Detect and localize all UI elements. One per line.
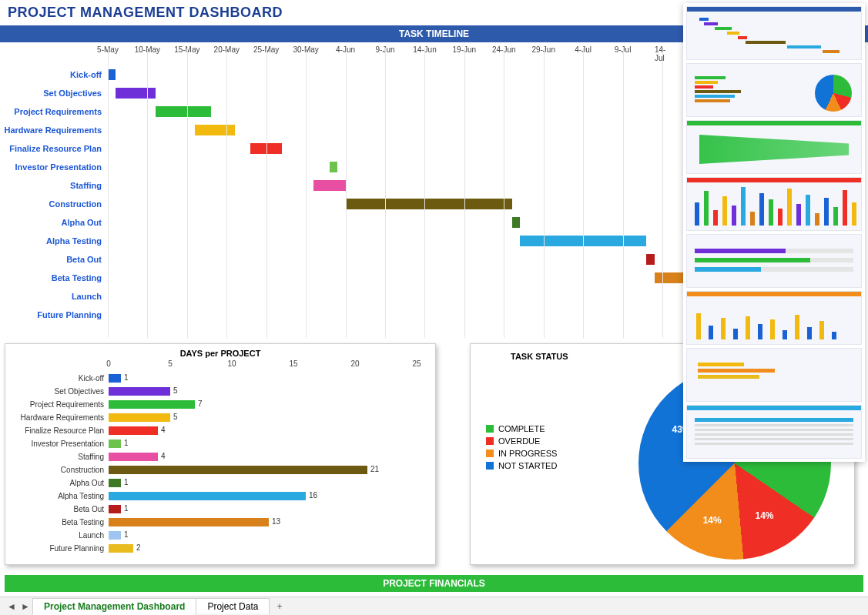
thumb-progress — [686, 234, 862, 288]
thumb-columns — [686, 177, 862, 231]
days-value: 1 — [124, 478, 129, 486]
days-value: 4 — [161, 426, 166, 434]
days-per-project-chart: DAYS per PROJECT 0510152025 Kick-off1Set… — [5, 343, 436, 565]
gantt-task-label: Launch — [0, 292, 108, 301]
days-row: Hardware Requirements5 — [5, 411, 435, 424]
days-row-label: Beta Testing — [5, 518, 109, 526]
gantt-row: Hardware Requirements — [0, 121, 678, 139]
gantt-task-label: Future Planning — [0, 310, 108, 319]
gantt-bar — [195, 125, 234, 135]
days-axis-tick: 25 — [412, 359, 421, 368]
gantt-row: Launch — [0, 287, 678, 306]
gantt-task-label: Kick-off — [0, 70, 108, 79]
days-bar — [109, 505, 121, 513]
gantt-bar — [346, 199, 512, 209]
pie-slice-label: 14% — [703, 515, 722, 526]
gantt-task-label: Set Objectives — [0, 89, 108, 98]
days-bar — [109, 387, 170, 396]
days-bar — [109, 544, 133, 553]
pie-slice-label: 14% — [755, 510, 773, 521]
days-row: Finalize Resource Plan4 — [5, 424, 435, 437]
days-row: Alpha Out1 — [5, 476, 435, 490]
days-row-label: Set Objectives — [5, 387, 109, 396]
gantt-task-label: Finalize Resource Plan — [0, 144, 108, 153]
sheet-tabs: ◄ ► Project Management Dashboard Project… — [0, 597, 868, 615]
days-bar — [109, 426, 158, 435]
gantt-task-label: Investor Presentation — [0, 162, 108, 172]
gantt-row: Beta Testing — [0, 269, 678, 287]
gantt-bar — [330, 162, 337, 172]
gantt-bar — [156, 106, 211, 117]
days-row: Beta Testing13 — [5, 516, 435, 529]
days-value: 2 — [136, 543, 141, 552]
days-row: Kick-off1 — [5, 372, 435, 385]
gantt-row: Future Planning — [0, 306, 678, 324]
tab-nav-next-icon[interactable]: ► — [18, 601, 32, 612]
days-row-label: Beta Out — [5, 505, 109, 513]
gantt-chart: 5-May10-May15-May20-May25-May30-May4-Jun… — [0, 45, 678, 338]
tab-project-management-dashboard[interactable]: Project Management Dashboard — [32, 598, 196, 615]
days-value: 1 — [124, 504, 129, 513]
days-row-label: Project Requirements — [5, 400, 109, 409]
days-value: 1 — [124, 373, 129, 382]
thumb-funnel — [686, 120, 862, 174]
gantt-task-label: Beta Testing — [0, 273, 108, 282]
days-row: Investor Presentation1 — [5, 437, 435, 450]
days-row-label: Alpha Out — [5, 479, 109, 487]
days-value: 1 — [124, 530, 129, 539]
days-bar — [109, 479, 121, 487]
days-value: 13 — [272, 517, 280, 526]
gantt-task-label: Beta Out — [0, 255, 108, 264]
gantt-bar — [313, 180, 345, 191]
legend-swatch — [486, 450, 494, 457]
gantt-row: Finalize Resource Plan — [0, 139, 678, 158]
days-row: Launch1 — [5, 529, 435, 542]
days-title: DAYS per PROJECT — [5, 344, 435, 359]
days-axis-tick: 0 — [106, 359, 111, 368]
gantt-row: Kick-off — [0, 65, 678, 84]
days-value: 5 — [173, 386, 178, 395]
days-row-label: Staffing — [5, 453, 109, 461]
legend-swatch — [486, 462, 494, 470]
days-row-label: Hardware Requirements — [5, 413, 109, 422]
gantt-task-label: Project Requirements — [0, 107, 108, 116]
tab-nav-prev-icon[interactable]: ◄ — [5, 601, 18, 612]
legend-swatch — [486, 425, 494, 433]
days-bar — [109, 400, 195, 409]
legend-item: OVERDUE — [486, 436, 557, 446]
days-axis-tick: 10 — [227, 359, 236, 368]
days-bar — [109, 518, 269, 526]
days-row-label: Alpha Testing — [5, 492, 109, 500]
gantt-row: Alpha Testing — [0, 232, 678, 250]
days-axis-tick: 20 — [350, 359, 359, 368]
days-row: Staffing4 — [5, 450, 435, 463]
days-row-label: Future Planning — [5, 544, 109, 553]
legend-label: IN PROGRESS — [498, 449, 557, 458]
thumb-gantt — [686, 6, 862, 60]
gantt-bar — [512, 217, 520, 228]
thumb-table — [686, 405, 862, 459]
days-bar — [109, 413, 170, 422]
days-row-label: Investor Presentation — [5, 440, 109, 448]
gantt-task-label: Alpha Testing — [0, 236, 108, 246]
gantt-task-label: Construction — [0, 199, 108, 209]
days-row: Set Objectives5 — [5, 385, 435, 398]
gantt-row: Project Requirements — [0, 102, 678, 121]
tab-add-button[interactable]: + — [269, 599, 290, 614]
gantt-task-label: Hardware Requirements — [0, 125, 108, 135]
days-value: 7 — [198, 399, 203, 408]
days-row-label: Construction — [5, 466, 109, 474]
gantt-bar — [116, 88, 155, 99]
legend-item: COMPLETE — [486, 424, 557, 433]
days-row: Future Planning2 — [5, 542, 435, 555]
days-row: Alpha Testing16 — [5, 490, 435, 503]
days-bar — [109, 492, 306, 500]
days-row-label: Finalize Resource Plan — [5, 426, 109, 435]
days-row: Construction21 — [5, 463, 435, 476]
days-bar — [109, 374, 121, 383]
days-bar — [109, 453, 158, 461]
gantt-task-label: Staffing — [0, 181, 108, 190]
tab-project-data[interactable]: Project Data — [196, 598, 270, 614]
gantt-row: Beta Out — [0, 250, 678, 269]
thumb-small-columns — [686, 291, 862, 345]
